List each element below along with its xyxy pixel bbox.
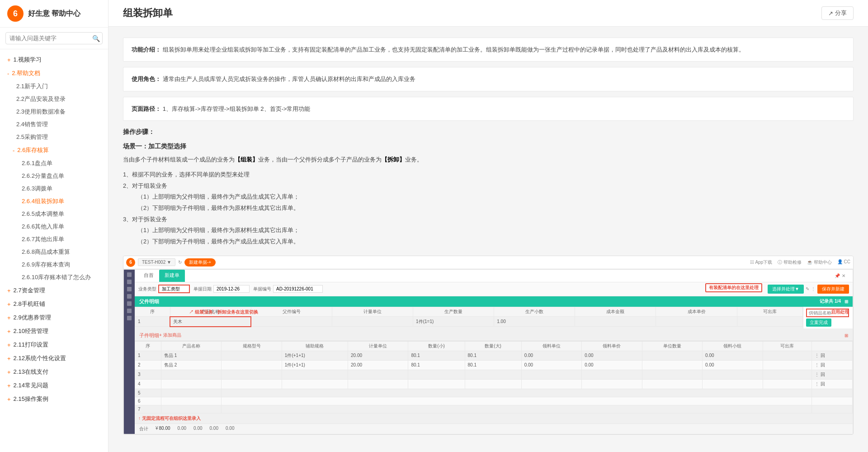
path-section: 页面路径： 1、库存核算->库存管理->组装拆卸单 2、首页->常用功能	[123, 97, 854, 121]
mock-lower-td-unit-2: 20.00	[348, 360, 408, 370]
mock-new-doc-btn[interactable]: 新建单据-+	[184, 258, 216, 266]
mock-lower-td-qtys-4	[408, 379, 465, 389]
sidebar-item-21[interactable]: 2.1新手入门	[0, 80, 108, 93]
sidebar-item-22[interactable]: 2.2产品安装及登录	[0, 93, 108, 105]
mock-annotation-3: 启用处理	[831, 309, 849, 315]
mock-lower-td-qtyl-1: 80.1	[465, 351, 521, 360]
main-header: 组装拆卸单 ↗ 分享	[108, 0, 868, 27]
path-text: 1、库存核算->库存管理->组装拆卸单 2、首页->常用功能	[163, 105, 311, 112]
step-list: 1、根据不同的业务，选择不同单据的类型来处理 2、对于组装业务 （1）上部明细为…	[123, 169, 854, 247]
sidebar-item-262[interactable]: 2.6.2分量盘点单	[0, 170, 108, 182]
mock-save-btn[interactable]: 保存并新建	[817, 285, 849, 294]
collapse-26-icon: -	[13, 147, 14, 154]
mock-lower-th-pick-price: 领料单价	[582, 341, 642, 351]
mock-tab-home[interactable]: 自首	[138, 270, 159, 282]
mock-upper-wrapper: 父件明细 记录共 1/4 ⊞ ↗ 组装业务、拆卸业务在这里切换	[135, 296, 853, 307]
mock-lower-row-1: 1 售品 1 1件(+1+1) 20.00 80.1 80.1 0.00 0.	[135, 351, 853, 360]
mock-form-row: 业务类型 单据日期 单据编号	[135, 282, 853, 296]
mock-lower-td-uq-2	[642, 360, 702, 370]
mock-lower-td-av-1	[763, 351, 811, 360]
sidebar-item-268[interactable]: 2.6.8商品成本重算	[0, 246, 108, 258]
mock-process-btn[interactable]: 选择并处理▼	[768, 285, 804, 294]
sidebar-nav: + 1.视频学习 - 2.帮助文档 2.1新手入门 2.2产品安装及登录 2.3…	[0, 49, 108, 452]
sidebar-item-23[interactable]: 2.3使用前数据准备	[0, 105, 108, 118]
mock-lower-td-name-1: 售品 1	[161, 351, 221, 360]
mock-lower-td-aux-3	[282, 370, 348, 379]
mock-icon-2	[127, 280, 132, 284]
sidebar-item-266[interactable]: 2.6.6其他入库单	[0, 220, 108, 233]
mock-lower-td-spec-2	[222, 360, 282, 370]
mock-pin-icon: 📌	[835, 273, 840, 278]
share-button[interactable]: ↗ 分享	[821, 6, 854, 20]
sidebar-item-264[interactable]: 2.6.4组装拆卸单	[0, 195, 108, 208]
mock-lower-td-seq-4: 4	[135, 379, 161, 389]
mock-lower-th-unit: 计量单位	[348, 341, 408, 351]
sidebar-item-210[interactable]: + 2.10经营管理	[0, 324, 108, 338]
sidebar-item-261[interactable]: 2.6.1盘点单	[0, 157, 108, 170]
mock-expand-icon: ⊞	[844, 299, 848, 304]
mock-number-input[interactable]	[273, 285, 323, 293]
mock-lower-td-pg-1: 0.00	[703, 351, 763, 360]
sidebar-item-25[interactable]: 2.5采购管理	[0, 131, 108, 143]
mock-date-input[interactable]	[213, 285, 250, 293]
sidebar-item-27[interactable]: + 2.7资金管理	[0, 284, 108, 297]
mock-lower-td-qtys-3	[408, 370, 465, 379]
mock-upper-row-1: 1 关木 1件(1=1) 1.00	[135, 317, 803, 327]
expand-29-icon: +	[7, 314, 11, 321]
step-1: 1、根据不同的业务，选择不同单据的类型来处理	[123, 169, 854, 181]
mock-lower-th-spec: 规格型号	[222, 341, 282, 351]
mock-left-icons	[124, 270, 135, 434]
mock-type-input[interactable]	[158, 285, 190, 293]
sidebar-item-29[interactable]: + 2.9优惠券管理	[0, 311, 108, 324]
sidebar-item-212[interactable]: + 2.12系统个性化设置	[0, 352, 108, 365]
mock-upper-th-cost: 成本金额	[575, 307, 656, 317]
sidebar-item-214[interactable]: + 2.14常见问题	[0, 379, 108, 392]
mock-logo: 6	[126, 258, 135, 267]
mock-lower-row-6: 6	[135, 397, 853, 405]
mock-icon-4	[127, 294, 132, 299]
share-icon: ↗	[828, 10, 833, 17]
mock-help-icon: ⓘ 帮助检修	[778, 259, 802, 266]
mock-upper-td-code	[251, 317, 332, 327]
mock-annotation-4: ↑ 无固定流程可在组织这里录入	[135, 414, 853, 423]
role-label: 使用角色：	[132, 76, 161, 82]
mock-lower-row-5: 5	[135, 389, 853, 397]
sidebar-item-2610[interactable]: 2.6.10库存账本错了怎么办	[0, 271, 108, 284]
sidebar-item-215[interactable]: + 2.15操作案例	[0, 392, 108, 406]
mock-close-icon: ✕	[842, 273, 845, 278]
mock-lower-td-seq-2: 2	[135, 360, 161, 370]
sidebar-item-263[interactable]: 2.6.3调拨单	[0, 182, 108, 195]
sidebar-item-26[interactable]: - 2.6库存核算	[0, 143, 108, 157]
main-content: 功能介绍： 组装拆卸单用来处理企业组装或拆卸等加工业务，支持有固定装配清单的产品…	[108, 27, 868, 452]
mock-lower-td-seq-3: 3	[135, 370, 161, 379]
mock-lower-td-pg-3	[703, 370, 763, 379]
search-input[interactable]	[5, 32, 103, 44]
mock-lower-title: 子件明细	[139, 332, 159, 339]
sidebar-item-video[interactable]: + 1.视频学习	[0, 53, 108, 67]
sidebar-item-213[interactable]: + 2.13在线支付	[0, 365, 108, 379]
mock-tab-new[interactable]: 新建单	[159, 270, 185, 282]
mock-apps-icon: ☷ App下载	[750, 259, 772, 266]
sidebar-item-211[interactable]: + 2.11打印设置	[0, 338, 108, 352]
sidebar-item-265[interactable]: 2.6.5成本调整单	[0, 208, 108, 220]
search-button[interactable]: 🔍	[92, 35, 100, 42]
sidebar-item-267[interactable]: 2.6.7其他出库单	[0, 233, 108, 246]
sidebar-item-28[interactable]: + 2.8手机旺铺	[0, 297, 108, 311]
sidebar-item-docs[interactable]: - 2.帮助文档	[0, 67, 108, 80]
mock-lower-td-pu-4	[521, 379, 581, 389]
mock-confirm-btn[interactable]: 立案完成	[806, 319, 831, 327]
mock-lower-td-pg-4	[703, 379, 763, 389]
mock-lower-td-unit-4	[348, 379, 408, 389]
mock-date-field: 单据日期	[193, 285, 250, 293]
mock-upper-td-decimal: 1.00	[494, 317, 575, 327]
path-label: 页面路径：	[132, 105, 161, 112]
sidebar-item-24[interactable]: 2.4销售管理	[0, 118, 108, 131]
mock-type-label: 业务类型	[138, 286, 156, 292]
mock-lower-td-qtyl-2: 80.1	[465, 360, 521, 370]
mock-lower-td-seq-5: 5	[135, 389, 161, 397]
mock-upper-td-seq: 1	[135, 317, 170, 327]
mock-icon-3	[127, 287, 132, 291]
sidebar-item-269[interactable]: 2.6.9库存账本查询	[0, 258, 108, 271]
step-3: 3、对于拆装业务	[123, 214, 854, 225]
mock-lower-td-name-5	[161, 389, 221, 397]
